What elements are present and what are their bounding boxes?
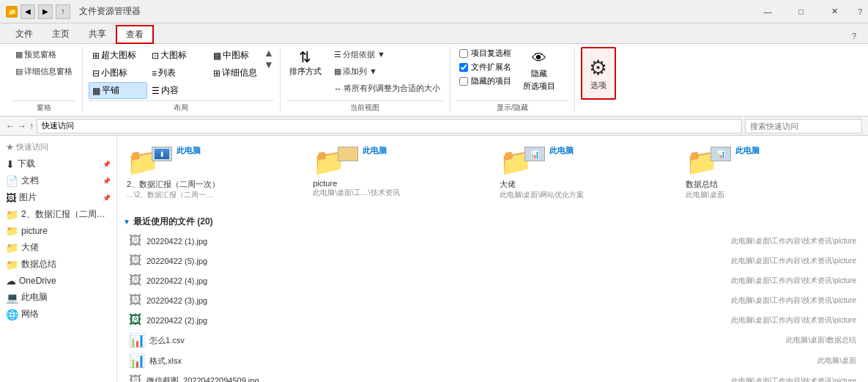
view-tile[interactable]: ▦ 平铺	[89, 82, 147, 99]
folder-thumb-0: 📁 ⬇	[127, 145, 174, 177]
recent-section-header[interactable]: ▼ 最近使用的文件 (20)	[123, 213, 862, 231]
folder-this-pc-0: 此电脑	[177, 145, 201, 156]
title-bar-left: 📁 ◀ ▶ ↑ 文件资源管理器	[6, 4, 141, 19]
view-large-icons[interactable]: ⊡ 大图标	[148, 47, 207, 64]
app-icon: 📁	[6, 6, 18, 18]
help-button[interactable]: ?	[858, 0, 862, 23]
options-button[interactable]: ⚙ 选项	[581, 47, 616, 100]
folder-thumb-2: 📁 📊	[500, 145, 546, 177]
item-checkbox-input[interactable]	[459, 49, 468, 58]
top-folder-datasummary[interactable]: 📁 📊 此电脑 数据总结 此电脑\桌面	[682, 142, 862, 204]
add-column-button[interactable]: ▦ 添加列 ▼	[330, 64, 444, 79]
list-item[interactable]: 📊 格式.xlsx 此电脑\桌面	[123, 350, 862, 371]
close-button[interactable]: ✕	[818, 0, 852, 23]
file-ext-input[interactable]	[459, 63, 468, 72]
nav-back-btn[interactable]: ←	[6, 121, 15, 131]
sidebar-item-pics[interactable]: 🖼 图片 📌	[0, 189, 116, 206]
quick-access-back[interactable]: ◀	[21, 4, 35, 19]
folder-icon-2: 📁	[6, 242, 18, 254]
folder-path-1: 此电脑\桌面\工…\技术资讯	[313, 188, 399, 198]
address-bar: ← → ↑	[0, 117, 868, 136]
list-item[interactable]: 🖼 20220422 (5).jpg 此电脑\桌面\工作内容\技术资讯\pict…	[123, 251, 862, 271]
top-folder-dafei[interactable]: 📁 📊 此电脑 大佬 此电脑\桌面\网站优化方案	[496, 142, 676, 204]
docs-icon: 📄	[6, 175, 18, 187]
list-item[interactable]: 🖼 微信截图_20220422094509.jpg 此电脑\桌面\工作内容\技术…	[123, 371, 862, 382]
tile-icon: ▦	[92, 86, 100, 96]
hidden-items-toggle[interactable]: 隐藏的项目	[456, 75, 514, 87]
tab-home[interactable]: 主页	[42, 24, 79, 43]
layout-scroll-down[interactable]: ▼	[264, 59, 274, 70]
list-item[interactable]: 🖼 20220422 (2).jpg 此电脑\桌面\工作内容\技术资讯\pict…	[123, 310, 862, 330]
sidebar-item-dafei[interactable]: 📁 大佬	[0, 239, 116, 256]
sidebar-item-docs[interactable]: 📄 文档 📌	[0, 172, 116, 189]
showhide-label: 显示/隐藏	[456, 100, 568, 113]
hidden-items-input[interactable]	[459, 77, 468, 86]
group-by-button[interactable]: ☰ 分组依据 ▼	[330, 47, 444, 62]
sidebar-item-picture[interactable]: 📁 picture	[0, 223, 116, 239]
ribbon-group-layout: ⊞ 超大图标 ⊡ 大图标 ⊟ 小图标 ≡ 列表 ▦ 平铺	[83, 47, 281, 113]
onedrive-icon: ☁	[6, 275, 16, 287]
sidebar-item-network[interactable]: 🌐 网络	[0, 306, 116, 323]
hide-button[interactable]: 👁 隐藏 所选项目	[520, 47, 558, 95]
folder-icon-3: 📁	[6, 259, 18, 271]
list-item[interactable]: 🖼 20220422 (4).jpg 此电脑\桌面\工作内容\技术资讯\pict…	[123, 271, 862, 290]
jpg-icon-2: 🖼	[129, 273, 142, 288]
view-small-icons[interactable]: ⊟ 小图标	[89, 65, 147, 81]
folder-name-3: 数据总结	[686, 179, 718, 190]
top-folder-data-report[interactable]: 📁 ⬇ 此电脑 2、数据汇报（二周一次） …\2、数据汇报（二周一…	[123, 142, 303, 204]
tab-view[interactable]: 查看	[116, 25, 154, 44]
view-content[interactable]: ☰ 内容	[148, 82, 207, 99]
large-grid-icon: ⊡	[152, 51, 159, 61]
minimize-button[interactable]: —	[751, 0, 784, 23]
address-input[interactable]	[37, 119, 742, 133]
layout-scroll-up[interactable]: ▲	[264, 47, 274, 59]
list-item[interactable]: 📊 怎么1.csv 此电脑\桌面\数据总结	[123, 330, 862, 350]
quick-access-up[interactable]: ↑	[56, 4, 70, 19]
pin-icon-2: 📌	[103, 194, 111, 202]
sidebar-item-thispc[interactable]: 💻 此电脑	[0, 289, 116, 306]
view-extra-large-icons[interactable]: ⊞ 超大图标	[89, 47, 147, 64]
folder-preview-2: 📊	[524, 147, 545, 161]
quick-access-forward[interactable]: ▶	[38, 4, 53, 19]
main-area: ★ 快速访问 ⬇ 下载 📌 📄 文档 📌 🖼 图片 📌 📁 2、数据汇报（二周……	[0, 136, 868, 382]
folder-preview-0: ⬇	[152, 147, 172, 161]
nav-forward-btn[interactable]: →	[18, 121, 26, 131]
preview-pane-button[interactable]: ▦ 预览窗格	[12, 47, 76, 62]
view-list[interactable]: ≡ 列表	[148, 65, 207, 81]
sidebar-item-data-summary[interactable]: 📁 数据总结	[0, 256, 116, 273]
item-checkbox-toggle[interactable]: 项目复选框	[456, 47, 514, 59]
details-pane-button[interactable]: ▤ 详细信息窗格	[12, 64, 76, 79]
list-item[interactable]: 🖼 20220422 (1).jpg 此电脑\桌面\工作内容\技术资讯\pict…	[123, 231, 862, 251]
excel-thumb: 📊	[530, 150, 539, 158]
folder-icon-1: 📁	[6, 225, 18, 237]
tab-file[interactable]: 文件	[6, 24, 42, 43]
file-ext-toggle[interactable]: 文件扩展名	[456, 61, 514, 73]
nav-up-btn[interactable]: ↑	[29, 121, 34, 131]
sidebar: ★ 快速访问 ⬇ 下载 📌 📄 文档 📌 🖼 图片 📌 📁 2、数据汇报（二周……	[0, 136, 117, 382]
view-medium-icons[interactable]: ▩ 中图标	[209, 47, 261, 64]
details-icon: ▤	[15, 67, 23, 76]
fit-columns-button[interactable]: ↔ 将所有列调整为合适的大小	[330, 81, 444, 96]
search-input[interactable]	[745, 119, 862, 133]
maximize-button[interactable]: □	[784, 0, 818, 23]
details-view-icon: ⊞	[213, 68, 220, 78]
sidebar-item-download[interactable]: ⬇ 下载 📌	[0, 155, 116, 172]
window-controls: — □ ✕ ?	[751, 0, 862, 23]
layout-content: ⊞ 超大图标 ⊡ 大图标 ⊟ 小图标 ≡ 列表 ▦ 平铺	[89, 47, 274, 99]
sidebar-item-onedrive[interactable]: ☁ OneDrive	[0, 273, 116, 289]
download-icon: ⬇	[6, 158, 15, 170]
top-folder-picture[interactable]: 📁 此电脑 picture 此电脑\桌面\工…\技术资讯	[309, 142, 489, 204]
ribbon-tabs: 文件 主页 共享 查看 ?	[0, 23, 868, 44]
list-item[interactable]: 🖼 20220422 (3).jpg 此电脑\桌面\工作内容\技术资讯\pict…	[123, 290, 862, 310]
ribbon-help-button[interactable]: ?	[846, 29, 862, 43]
excel-thumb-2: 📊	[716, 150, 725, 158]
sidebar-item-data-report[interactable]: 📁 2、数据汇报（二周…	[0, 206, 116, 223]
sort-icon: ⇅	[299, 48, 311, 66]
view-details[interactable]: ⊞ 详细信息	[209, 65, 261, 81]
tab-share[interactable]: 共享	[79, 24, 116, 43]
folder-path-0: …\2、数据汇报（二周一…	[127, 190, 213, 200]
sort-by-button[interactable]: ⇅ 排序方式	[286, 47, 324, 78]
folder-info-2: 此电脑	[549, 145, 574, 156]
ribbon-group-options: ⚙ 选项 -	[575, 47, 622, 113]
panes-content: ▦ 预览窗格 ▤ 详细信息窗格	[12, 47, 76, 99]
